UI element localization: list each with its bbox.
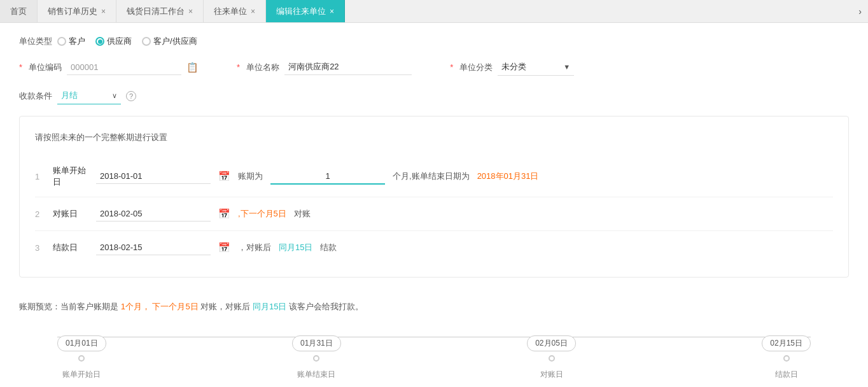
unit-category-required: * [450, 62, 453, 72]
timeline-circle-3 [549, 355, 555, 362]
timeline-label-4: 结款日 [775, 369, 798, 380]
radio-circle-customer [57, 37, 66, 46]
tab-sales-history[interactable]: 销售订单历史 × [38, 0, 116, 22]
unit-name-label: 单位名称 [246, 62, 279, 73]
unit-category-label: 单位分类 [459, 62, 493, 73]
timeline-pill-2: 01月31日 [292, 335, 341, 351]
period-row-1-date[interactable] [96, 169, 211, 184]
payment-terms-help-icon[interactable]: ? [126, 91, 136, 101]
timeline-circle-4 [783, 355, 790, 362]
preview-part3: 对账，对账后 [200, 302, 250, 311]
period-row-1-mid: 账期为 [238, 171, 263, 182]
unit-info-row: * 单位编码 📋 * 单位名称 * 单位分类 未分类 ▼ [19, 59, 849, 76]
period-row-2: 2 对账日 📅 ,下一个月5日 对账 [35, 197, 833, 231]
timeline-label-1: 账单开始日 [62, 369, 101, 380]
payment-terms-arrow: ∨ [112, 92, 117, 100]
timeline-label-3: 对账日 [540, 369, 563, 380]
preview-section: 账期预览：当前客户账期是 1个月， 下一个月5日 对账，对账后 同月15日 该客… [19, 290, 849, 314]
period-row-3-prefix: ，对账后 [238, 242, 271, 253]
unit-category-arrow: ▼ [563, 63, 570, 71]
radio-customer[interactable]: 客户 [57, 36, 85, 47]
radio-circle-customer-supplier [142, 37, 151, 46]
timeline-pill-4: 02月15日 [762, 335, 811, 351]
period-row-2-date[interactable] [96, 206, 211, 222]
radio-supplier[interactable]: 供应商 [95, 36, 132, 47]
main-content: 单位类型 客户 供应商 客户/供应商 [0, 23, 868, 387]
period-row-2-middle: ,下一个月5日 [238, 208, 286, 220]
unit-type-label: 单位类型 [19, 36, 52, 47]
tab-arrow[interactable]: › [852, 0, 868, 22]
period-row-1-cal[interactable]: 📅 [218, 171, 230, 182]
period-row-3-date[interactable] [96, 240, 211, 255]
unit-name-required: * [237, 62, 240, 72]
tab-partner-units[interactable]: 往来单位 × [204, 0, 266, 22]
unit-type-field: 单位类型 客户 供应商 客户/供应商 [19, 36, 197, 47]
timeline-point-4: 02月15日 结款日 [762, 335, 811, 380]
unit-name-field: * 单位名称 [237, 60, 412, 75]
close-tab-sales-history[interactable]: × [101, 8, 106, 15]
payment-terms-row: 收款条件 月结 ∨ ? [19, 87, 849, 104]
timeline-pill-1: 01月01日 [57, 335, 106, 351]
period-card-title: 请按照未来的一个完整帐期进行设置 [35, 132, 833, 143]
tab-home[interactable]: 首页 [0, 0, 38, 22]
close-tab-edit-partner[interactable]: × [330, 8, 334, 15]
period-row-2-num: 2 [35, 209, 45, 219]
period-row-1-label: 账单开始日 [53, 165, 88, 188]
period-row-3: 3 结款日 📅 ，对账后 同月15日 结款 [35, 231, 833, 264]
period-row-3-middle: 同月15日 [279, 242, 312, 253]
period-row-3-label: 结款日 [53, 242, 88, 253]
period-card: 请按照未来的一个完整帐期进行设置 1 账单开始日 📅 账期为 个月,账单结束日期… [19, 116, 849, 278]
payment-terms-field: 收款条件 月结 ∨ ? [19, 87, 136, 104]
preview-label: 账期预览：当前客户账期是 [19, 302, 118, 311]
unit-code-required: * [19, 62, 22, 72]
timeline-point-1: 01月01日 账单开始日 [57, 335, 106, 380]
radio-circle-supplier [95, 37, 104, 46]
unit-code-label: 单位编码 [29, 62, 62, 73]
close-tab-partner-units[interactable]: × [251, 8, 255, 15]
unit-code-input[interactable] [67, 60, 181, 75]
unit-category-field: * 单位分类 未分类 ▼ [450, 59, 574, 76]
unit-category-value: 未分类 [501, 61, 561, 73]
unit-name-input[interactable] [284, 60, 412, 75]
preview-part2: 下一个月5日 [152, 302, 198, 311]
tab-bar: 首页 销售订单历史 × 钱货日清工作台 × 往来单位 × 编辑往来单位 × › [0, 0, 868, 23]
unit-code-icon[interactable]: 📋 [186, 62, 199, 73]
timeline-point-2: 01月31日 账单结束日 [292, 335, 341, 380]
tab-edit-partner[interactable]: 编辑往来单位 × [266, 0, 345, 22]
period-row-1-end-date: 2018年01月31日 [477, 171, 539, 182]
unit-category-select[interactable]: 未分类 ▼ [498, 59, 574, 76]
unit-code-field: * 单位编码 📋 [19, 60, 199, 75]
timeline-pill-3: 02月05日 [527, 335, 576, 351]
radio-group-unit-type: 客户 供应商 客户/供应商 [57, 36, 197, 47]
period-row-2-suffix: 对账 [294, 208, 311, 220]
period-row-2-label: 对账日 [53, 208, 88, 220]
period-row-3-cal[interactable]: 📅 [218, 242, 230, 253]
preview-part5: 该客户会给我打款。 [289, 302, 363, 311]
period-row-1-num: 1 [35, 172, 45, 181]
payment-terms-value: 月结 [61, 90, 109, 101]
timeline-circle-2 [313, 355, 319, 362]
timeline-circle-1 [78, 355, 85, 362]
payment-terms-dropdown[interactable]: 月结 ∨ [57, 87, 121, 104]
radio-dot-supplier [98, 39, 102, 44]
timeline-label-2: 账单结束日 [297, 369, 335, 380]
radio-customer-supplier[interactable]: 客户/供应商 [142, 36, 197, 47]
timeline-point-3: 02月05日 对账日 [527, 335, 576, 380]
period-row-2-cal[interactable]: 📅 [218, 208, 230, 220]
period-row-1-suffix-before: 个月,账单结束日期为 [393, 171, 470, 182]
preview-text: 账期预览：当前客户账期是 1个月， 下一个月5日 对账，对账后 同月15日 该客… [19, 299, 849, 314]
period-row-3-num: 3 [35, 243, 45, 253]
timeline-dots: 01月01日 账单开始日 01月31日 账单结束日 02月05日 对账日 02月… [19, 335, 849, 380]
payment-terms-label: 收款条件 [19, 90, 52, 102]
timeline: 01月01日 账单开始日 01月31日 账单结束日 02月05日 对账日 02月… [19, 329, 849, 387]
tab-cash-daily[interactable]: 钱货日清工作台 × [116, 0, 204, 22]
unit-type-row: 单位类型 客户 供应商 客户/供应商 [19, 36, 849, 47]
period-row-3-suffix: 结款 [320, 242, 337, 253]
preview-part4: 同月15日 [253, 302, 286, 311]
period-month-input[interactable] [270, 169, 385, 185]
close-tab-cash-daily[interactable]: × [188, 8, 193, 15]
preview-part1: 1个月， [121, 302, 150, 311]
period-row-1: 1 账单开始日 📅 账期为 个月,账单结束日期为 2018年01月31日 [35, 156, 833, 197]
